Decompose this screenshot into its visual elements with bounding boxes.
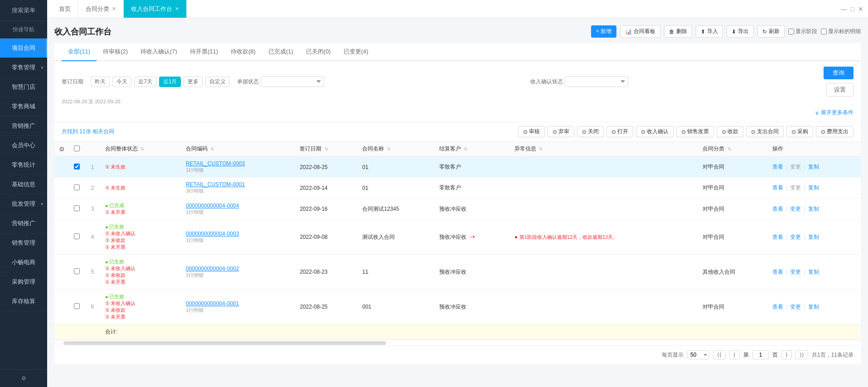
- contract-link-4[interactable]: 0000000000004-0003: [186, 231, 239, 237]
- tab-income-workbench[interactable]: 收入合同工作台 ✕: [124, 0, 187, 18]
- row-checkbox-3[interactable]: [74, 205, 80, 211]
- view-link-6[interactable]: 查看: [772, 303, 783, 311]
- toolbar-expense-contract[interactable]: ⊙ 支出合同: [746, 126, 784, 137]
- view-link-2[interactable]: 查看: [772, 184, 783, 192]
- minimize-icon[interactable]: —: [841, 5, 847, 13]
- sidebar-item-marketing2[interactable]: 营销推广: [0, 214, 47, 233]
- toolbar-abandon[interactable]: ⊙ 弃审: [548, 126, 574, 137]
- status-tab-pending-confirm[interactable]: 待收入确认(7): [134, 43, 184, 61]
- edit-link-2[interactable]: 变更: [790, 184, 801, 192]
- delete-button[interactable]: 🗑 删除: [664, 25, 692, 38]
- sidebar-item-member[interactable]: 会员中心: [0, 136, 47, 155]
- next-page-button[interactable]: ⟩: [781, 350, 792, 359]
- status-tab-all[interactable]: 全部(11): [62, 43, 97, 61]
- sort-icon-code[interactable]: ⇅: [210, 146, 214, 151]
- copy-link-4[interactable]: 复制: [808, 233, 819, 241]
- sort-icon-exception[interactable]: ⇅: [539, 146, 543, 151]
- edit-link-1[interactable]: 变更: [790, 163, 801, 171]
- date-more[interactable]: 更多: [184, 77, 203, 87]
- sidebar-item-project[interactable]: 项目合同 ▶: [0, 39, 47, 58]
- tab-contract-cat[interactable]: 合同分类 ✕: [78, 0, 124, 18]
- sort-icon-category[interactable]: ⇅: [727, 146, 731, 151]
- sidebar-item-wholesale[interactable]: 批发管理 ▼: [0, 194, 47, 214]
- toolbar-income-confirm[interactable]: ⊙ 收入确认: [636, 126, 674, 137]
- doc-status-select[interactable]: [261, 76, 324, 87]
- edit-link-6[interactable]: 变更: [790, 303, 801, 311]
- row-checkbox-1[interactable]: [74, 164, 80, 169]
- status-tab-changed[interactable]: 已变更(4): [337, 43, 375, 61]
- last-page-button[interactable]: ⟩⟩: [795, 350, 808, 359]
- set-button[interactable]: 设置: [826, 83, 853, 97]
- edit-link-4[interactable]: 变更: [790, 233, 801, 241]
- status-tab-closed[interactable]: 已关闭(0): [300, 43, 337, 61]
- contract-link-5[interactable]: 0000000000004-0002: [186, 266, 239, 272]
- tab-home[interactable]: 首页: [52, 0, 78, 18]
- date-7days[interactable]: 近7天: [134, 77, 156, 87]
- view-link-5[interactable]: 查看: [772, 268, 783, 276]
- sort-icon-customer[interactable]: ⇅: [464, 146, 467, 151]
- toolbar-sales-invoice[interactable]: ⊙ 销售发票: [676, 126, 714, 137]
- status-tab-pending-review[interactable]: 待审核(2): [97, 43, 134, 61]
- date-yesterday[interactable]: 昨天: [91, 77, 110, 87]
- row-checkbox-2[interactable]: [74, 184, 80, 190]
- dashboard-button[interactable]: 📊 合同看板: [620, 25, 660, 38]
- close-icon[interactable]: ✕: [858, 5, 863, 13]
- maximize-icon[interactable]: □: [851, 5, 854, 13]
- sidebar-item-retail-stats[interactable]: 零售统计: [0, 155, 47, 175]
- contract-link-3[interactable]: 0000000000004-0004: [186, 203, 239, 209]
- sidebar-item-inventory[interactable]: 库存核算: [0, 292, 47, 311]
- copy-link-1[interactable]: 复制: [808, 163, 819, 171]
- view-link-3[interactable]: 查看: [772, 205, 783, 213]
- toolbar-review[interactable]: ⊙ 审核: [518, 126, 545, 137]
- copy-link-3[interactable]: 复制: [808, 205, 819, 213]
- sort-icon-name[interactable]: ⇅: [387, 146, 391, 151]
- view-link-4[interactable]: 查看: [772, 233, 783, 241]
- sidebar-item-retail[interactable]: 零售管理 ▼: [0, 58, 47, 77]
- tab-close-income-workbench[interactable]: ✕: [175, 6, 179, 12]
- sidebar-item-sales[interactable]: 销售管理: [0, 233, 47, 253]
- show-details-checkbox[interactable]: 显示标的明细: [821, 28, 861, 35]
- sidebar-item-smart-store[interactable]: 智慧门店: [0, 77, 47, 97]
- sidebar-item-base-info[interactable]: 基础信息: [0, 175, 47, 194]
- sidebar-quick-nav[interactable]: 快捷导航: [0, 21, 47, 39]
- copy-link-2[interactable]: 复制: [808, 184, 819, 192]
- horizontal-scrollbar[interactable]: [54, 340, 861, 345]
- refresh-button[interactable]: ↻ 刷新: [757, 25, 785, 38]
- contract-link-1[interactable]: RETAIL_CUSTOM-0003: [186, 160, 245, 167]
- page-size-select[interactable]: 50 10 20 100: [687, 350, 709, 359]
- row-checkbox-5[interactable]: [74, 268, 80, 274]
- show-stages-checkbox[interactable]: 显示阶段: [788, 28, 817, 35]
- sidebar-item-ecommerce[interactable]: 小畅电商: [0, 253, 47, 272]
- expand-filter-button[interactable]: ∨ 展开更多条件: [815, 109, 853, 116]
- date-1month[interactable]: 近1月: [159, 77, 181, 87]
- income-confirm-select[interactable]: [565, 76, 628, 87]
- toolbar-expense-out[interactable]: ⊙ 费用支出: [816, 126, 853, 137]
- row-checkbox-4[interactable]: [74, 233, 80, 239]
- copy-link-5[interactable]: 复制: [808, 268, 819, 276]
- sidebar-item-purchase[interactable]: 采购管理: [0, 272, 47, 292]
- view-link-1[interactable]: 查看: [772, 163, 783, 171]
- edit-link-5[interactable]: 变更: [790, 268, 801, 276]
- query-button[interactable]: 查询: [824, 67, 853, 79]
- toolbar-close[interactable]: ⊙ 关闭: [577, 126, 604, 137]
- new-button[interactable]: + 新增: [591, 25, 616, 38]
- export-button[interactable]: ⬇ 导出: [727, 25, 754, 38]
- tab-close-contract-cat[interactable]: ✕: [112, 6, 116, 12]
- toolbar-open[interactable]: ⊙ 打开: [606, 126, 633, 137]
- sidebar-settings[interactable]: ⚙: [0, 369, 47, 387]
- date-custom[interactable]: 自定义: [205, 77, 230, 87]
- prev-page-button[interactable]: ⟨: [729, 350, 740, 359]
- scroll-thumb[interactable]: [63, 341, 386, 345]
- contract-link-2[interactable]: RETAIL_CUSTOM-0001: [186, 181, 245, 188]
- toolbar-collect[interactable]: ⊙ 收款: [717, 126, 743, 137]
- column-settings-icon[interactable]: ⚙: [59, 145, 65, 153]
- sort-icon-date[interactable]: ⇅: [325, 146, 328, 151]
- edit-link-3[interactable]: 变更: [790, 205, 801, 213]
- status-tab-pending-invoice[interactable]: 待开票(11): [184, 43, 224, 61]
- sidebar-item-marketing[interactable]: 营销推广: [0, 116, 47, 136]
- status-tab-pending-payment[interactable]: 待收款(8): [224, 43, 262, 61]
- sidebar-item-retail-mall[interactable]: 零售商城: [0, 97, 47, 116]
- first-page-button[interactable]: ⟨⟨: [713, 350, 726, 359]
- contract-link-6[interactable]: 0000000000004-0001: [186, 300, 239, 307]
- toolbar-purchase[interactable]: ⊙ 采购: [786, 126, 813, 137]
